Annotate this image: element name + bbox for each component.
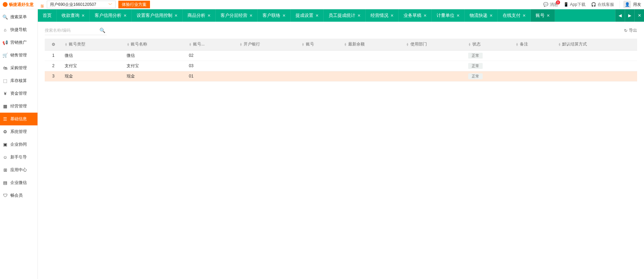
tab[interactable]: 经营情况✕	[366, 9, 399, 22]
close-icon[interactable]: ✕	[423, 13, 427, 18]
close-icon[interactable]: ✕	[207, 13, 211, 18]
sidebar-item-label: 资金管理	[10, 91, 27, 96]
close-icon[interactable]: ✕	[490, 13, 493, 18]
tab[interactable]: 商品分析✕	[183, 9, 216, 22]
message-icon: 💬	[543, 2, 548, 7]
sidebar-item-wechat-work[interactable]: ▤企业微信	[0, 176, 37, 189]
col-remark[interactable]: ▲▼备注	[513, 39, 555, 50]
col-balance[interactable]: ▲▼最新余额	[341, 39, 403, 50]
search-icon[interactable]: 🔍	[98, 28, 107, 33]
cell-code: 02	[186, 50, 237, 61]
sort-icon: ▲▼	[406, 43, 409, 46]
sidebar-item-label: 营销推广	[10, 40, 27, 45]
cell-number	[299, 61, 341, 71]
app-download-link[interactable]: 📱 App下载	[564, 2, 586, 8]
col-bank[interactable]: ▲▼开户银行	[237, 39, 299, 50]
tab[interactable]: 收款查询✕	[57, 9, 90, 22]
close-icon[interactable]: ✕	[457, 13, 460, 18]
close-icon[interactable]: ✕	[82, 13, 85, 18]
tab[interactable]: 客户信用分析✕	[90, 9, 132, 22]
tab[interactable]: 业务草稿✕	[399, 9, 432, 22]
close-icon[interactable]: ✕	[249, 13, 253, 18]
tab-close-all[interactable]: ✕	[634, 9, 644, 22]
tab[interactable]: 员工提成统计✕	[324, 9, 366, 22]
col-settings[interactable]: ⚙	[45, 39, 62, 50]
col-number[interactable]: ▲▼账号	[299, 39, 341, 50]
close-icon[interactable]: ✕	[390, 13, 394, 18]
caret-right-icon: ▶	[628, 13, 631, 18]
tab[interactable]: 提成设置✕	[291, 9, 324, 22]
messages-link[interactable]: 💬 消息 0	[543, 2, 558, 8]
tab-label: 账号	[536, 12, 545, 19]
tab[interactable]: 账号✕	[531, 9, 555, 22]
app-download-label: App下载	[570, 2, 586, 8]
user-menu[interactable]: 👤 用友	[620, 1, 641, 8]
table-body: 1微信微信02正常2支付宝支付宝03正常3现金现金01正常	[45, 50, 637, 81]
top-bar: 畅捷通好生意 版 用户690企业1660120507 ﹀ 体验行业方案 💬 消息…	[0, 0, 644, 9]
tab[interactable]: 设置客户信用控制✕	[132, 9, 183, 22]
sidebar-item-collaboration[interactable]: ▣企业协同	[0, 138, 37, 151]
content: 首页收款查询✕客户信用分析✕设置客户信用控制✕商品分析✕客户分层经营✕客户联络✕…	[38, 9, 644, 279]
search-input[interactable]	[45, 26, 98, 35]
sidebar-item-member[interactable]: 🛡畅会员	[0, 189, 37, 202]
cell-default-settle	[555, 71, 637, 81]
table-row[interactable]: 1微信微信02正常	[45, 50, 637, 61]
cell-department	[404, 71, 465, 81]
status-badge: 正常	[468, 63, 483, 69]
close-icon[interactable]: ✕	[357, 13, 361, 18]
cell-default-settle	[555, 61, 637, 71]
toolbar: 🔍 ↻ 导出	[45, 26, 637, 35]
sidebar-item-sales[interactable]: 🛒销售管理	[0, 49, 37, 62]
col-default-settle[interactable]: ▲▼默认结算方式	[555, 39, 637, 50]
sidebar-item-apps[interactable]: ⊞应用中心	[0, 164, 37, 176]
cell-type: 现金	[62, 71, 124, 81]
close-icon[interactable]: ✕	[174, 13, 178, 18]
col-code[interactable]: ▲▼账号...	[186, 39, 237, 50]
online-service-link[interactable]: 🎧 在线客服	[591, 2, 614, 8]
sidebar-item-label: 企业微信	[10, 180, 27, 186]
sidebar-item-basic-info[interactable]: ☰基础信息	[0, 113, 37, 125]
tab[interactable]: 在线支付✕	[498, 9, 531, 22]
tab[interactable]: 计量单位✕	[432, 9, 465, 22]
avatar-icon: 👤	[623, 1, 631, 8]
close-icon[interactable]: ✕	[315, 13, 319, 18]
sidebar-item-quick-nav[interactable]: ⌂快捷导航	[0, 23, 37, 36]
tab-scroll-left[interactable]: ◀	[615, 9, 625, 22]
tab-label: 客户联络	[262, 12, 280, 19]
col-type[interactable]: ▲▼账号类型	[62, 39, 124, 50]
sidebar-item-purchase[interactable]: 🛍采购管理	[0, 62, 37, 74]
sidebar-item-marketing[interactable]: 📢营销推广	[0, 36, 37, 49]
sidebar-item-search-menu[interactable]: 🔍搜索菜单	[0, 11, 37, 23]
sidebar-item-label: 新手引导	[10, 154, 27, 160]
online-service-label: 在线客服	[598, 2, 614, 8]
sidebar-item-funds[interactable]: ¥资金管理	[0, 87, 37, 100]
tab[interactable]: 首页	[38, 9, 57, 22]
sidebar-item-operations[interactable]: ▦经营管理	[0, 100, 37, 113]
sidebar-item-system[interactable]: ⚙系统管理	[0, 125, 37, 138]
col-status[interactable]: ▲▼状态	[465, 39, 513, 50]
try-industry-button[interactable]: 体验行业方案	[118, 1, 150, 8]
sidebar-item-guide[interactable]: ☺新手引导	[0, 151, 37, 164]
col-department[interactable]: ▲▼使用部门	[404, 39, 465, 50]
tab[interactable]: 物流快递✕	[465, 9, 498, 22]
export-button[interactable]: ↻ 导出	[624, 28, 637, 33]
logo: 畅捷通好生意	[3, 2, 41, 8]
sidebar-item-label: 经营管理	[10, 103, 27, 109]
cell-name: 现金	[124, 71, 186, 81]
tab[interactable]: 客户联络✕	[258, 9, 291, 22]
tenant-select[interactable]: 用户690企业1660120507 ﹀	[47, 1, 116, 8]
close-icon[interactable]: ✕	[547, 13, 550, 18]
tab-scroll-right[interactable]: ▶	[625, 9, 634, 22]
sidebar-item-inventory[interactable]: ⬚库存核算	[0, 74, 37, 87]
close-icon[interactable]: ✕	[523, 13, 526, 18]
close-icon[interactable]: ✕	[282, 13, 286, 18]
close-icon[interactable]: ✕	[124, 13, 127, 18]
tab[interactable]: 客户分层经营✕	[216, 9, 258, 22]
col-name[interactable]: ▲▼账号名称	[124, 39, 186, 50]
sort-icon: ▲▼	[302, 43, 304, 46]
table-row[interactable]: 3现金现金01正常	[45, 71, 637, 81]
sidebar-item-label: 快捷导航	[10, 27, 27, 33]
status-badge: 正常	[468, 73, 483, 79]
close-icon: ✕	[638, 13, 641, 18]
table-row[interactable]: 2支付宝支付宝03正常	[45, 61, 637, 71]
